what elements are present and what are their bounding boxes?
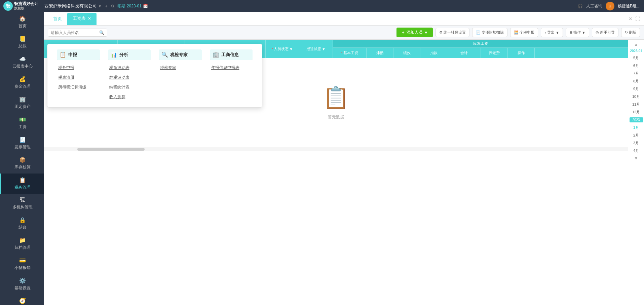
timeline-month-2[interactable]: 2月: [630, 131, 643, 139]
cloud-icon: ☁️: [19, 56, 26, 62]
company-selector[interactable]: 西安虾米网络科技有限公司 ▼: [44, 3, 102, 9]
menu-item-income-tax[interactable]: 所得税汇算清缴: [57, 82, 100, 92]
tab-close-icon[interactable]: ✕: [88, 16, 91, 21]
timeline-month-11[interactable]: 11月: [630, 101, 643, 108]
menu-item-tax-table[interactable]: 税表清册: [57, 73, 100, 82]
timeline-month-3[interactable]: 3月: [630, 139, 643, 147]
tab-salary-table[interactable]: 工资表 ✕: [67, 13, 97, 25]
sidebar-item-close[interactable]: 🔒 结账: [0, 214, 44, 234]
menu-title-declaration: 📋 申报: [57, 49, 100, 60]
search-input[interactable]: [51, 30, 98, 35]
logo-name: 畅捷通好会计: [14, 1, 38, 6]
timeline-prev-year-label: 2023.01: [630, 48, 643, 54]
export-arrow: ▼: [556, 31, 559, 35]
th-status-filter[interactable]: ▼: [289, 47, 293, 51]
tax-decl-label: 个税申报: [520, 30, 534, 35]
sidebar-label-invoice: 发票管理: [14, 144, 31, 150]
menu-item-tax-wave[interactable]: 纳税波动表: [108, 73, 151, 82]
scrollbar-thumb[interactable]: [77, 148, 145, 151]
menu-item-tax-stats[interactable]: 纳税统计表: [108, 82, 151, 92]
timeline-month-7[interactable]: 7月: [630, 70, 643, 77]
th-send-filter[interactable]: ▼: [322, 47, 326, 51]
timeline-month-4[interactable]: 4月: [630, 147, 643, 155]
window-controls: ✕ ⛶: [629, 16, 640, 22]
payroll-group: 应发工资 * 基本工资 津贴: [333, 40, 628, 58]
refresh-button[interactable]: ↻ 刷新: [621, 28, 640, 37]
tax-declaration-button[interactable]: 🧮 个税申报: [510, 28, 538, 37]
guide-button[interactable]: ◎ 新手引导: [592, 28, 618, 37]
special-deduction-button[interactable]: 📄 专项附加扣除: [472, 28, 507, 37]
timeline-month-5[interactable]: 5月: [630, 54, 643, 62]
menu-item-tax-fluctuation[interactable]: 税负波动表: [108, 63, 151, 73]
declaration-icon: 📋: [60, 51, 66, 58]
tab-home[interactable]: 首页: [48, 13, 67, 25]
operations-button[interactable]: ⊞ 操作 ▼: [566, 28, 589, 37]
window-maximize-icon[interactable]: ⛶: [635, 16, 640, 22]
logo-icon: 畅: [3, 1, 13, 11]
sidebar-label-inventory: 库存核算: [14, 164, 31, 170]
menu-item-tax-declaration[interactable]: 税务申报: [57, 63, 100, 73]
add-person-button[interactable]: ＋ 添加人员 ▼: [396, 28, 433, 37]
sidebar-item-marketing[interactable]: 💳 小畅报销: [0, 254, 44, 274]
sidebar-item-multi[interactable]: 🏗 多机构管理: [0, 194, 44, 214]
menu-item-income-estimate[interactable]: 收入测算: [108, 92, 151, 102]
header-right: 🎧 人工咨询 U 畅捷通B组…: [578, 2, 641, 10]
marketing-icon: 💳: [19, 257, 26, 264]
sidebar-item-archive[interactable]: 📁 归档管理: [0, 234, 44, 254]
user-name[interactable]: 畅捷通B组…: [618, 3, 641, 9]
sidebar-item-settings[interactable]: ⚙️ 基础设置: [0, 274, 44, 294]
menu-item-tax-expert[interactable]: 税检专家: [159, 63, 202, 73]
scrollbar-area[interactable]: [44, 147, 628, 151]
th-total-label: 合计: [460, 50, 468, 55]
add-company-icon[interactable]: ＋: [104, 3, 108, 9]
timeline-month-9[interactable]: 9月: [630, 85, 643, 93]
th-ops-label: 操作: [518, 50, 525, 55]
sidebar-item-inventory[interactable]: 📦 库存核算: [0, 153, 44, 174]
social-label: 统一社保设置: [444, 30, 466, 35]
window-close-icon[interactable]: ✕: [629, 16, 633, 22]
calendar-icon[interactable]: 📅: [143, 4, 148, 8]
empty-icon: 📋: [323, 85, 349, 110]
invoice-icon: 🧾: [19, 137, 26, 143]
support-label[interactable]: 人工咨询: [586, 3, 602, 9]
sidebar-item-asset[interactable]: 🏢 固定资产: [0, 93, 44, 113]
th-send-label: 报送状态: [306, 46, 321, 51]
sidebar-item-invoice[interactable]: 🧾 发票管理: [0, 133, 44, 153]
guide-label: 新手引导: [600, 30, 615, 35]
menu-title-expert: 🔍 税检专家: [159, 49, 202, 60]
timeline-scroll-down[interactable]: ▼: [633, 155, 639, 161]
sidebar-item-fund[interactable]: 💰 资金管理: [0, 73, 44, 93]
timeline-month-1[interactable]: 1月: [630, 124, 643, 131]
sidebar-label-cloud: 云报表中心: [12, 64, 33, 69]
th-total: 合计: [447, 48, 481, 58]
sidebar-item-salary[interactable]: 💵 工资: [0, 113, 44, 133]
settings-gear-icon[interactable]: ⚙: [111, 4, 115, 8]
timeline-month-8[interactable]: 8月: [630, 77, 643, 85]
sidebar-item-ledger[interactable]: 📒 总账: [0, 32, 44, 52]
tab-home-label: 首页: [53, 16, 62, 21]
toolbar: 🔍 ＋ 添加人员 ▼ ⚙ 统一社保设置 📄 专项附加扣除 🧮 个税申报 ↑: [44, 26, 644, 40]
timeline-month-6[interactable]: 6月: [630, 62, 643, 70]
menu-item-annual-report[interactable]: 年报信息申报表: [210, 63, 253, 73]
sidebar-item-home[interactable]: 🏠 首页: [0, 12, 44, 32]
timeline-year-2023[interactable]: 2023: [630, 117, 643, 122]
tax-decl-icon: 🧮: [514, 30, 519, 35]
th-pension: 养老费: [481, 48, 508, 58]
sidebar-item-tax[interactable]: 📋 税务管理: [0, 174, 44, 194]
timeline-scroll-up[interactable]: ▲: [633, 41, 639, 48]
timeline-month-10[interactable]: 10月: [630, 93, 643, 101]
tax-icon: 📋: [19, 177, 26, 183]
payroll-group-label: 应发工资: [473, 41, 488, 45]
timeline-month-12[interactable]: 12月: [630, 108, 643, 116]
ops-arrow: ▼: [582, 31, 585, 35]
th-perf-label: 绩效: [403, 50, 411, 55]
th-allowance: 津贴: [367, 48, 393, 58]
sidebar-item-guide[interactable]: 🧭 新手引导: [0, 294, 44, 305]
guide-btn-icon: ◎: [596, 30, 599, 35]
th-pension-label: 养老费: [489, 50, 500, 55]
social-insurance-button[interactable]: ⚙ 统一社保设置: [435, 28, 469, 37]
sidebar-item-cloud[interactable]: ☁️ 云报表中心: [0, 52, 44, 73]
sidebar-label-fund: 资金管理: [14, 84, 31, 89]
export-button[interactable]: ↑ 导出 ▼: [541, 28, 563, 37]
expert-icon: 🔍: [161, 51, 168, 58]
